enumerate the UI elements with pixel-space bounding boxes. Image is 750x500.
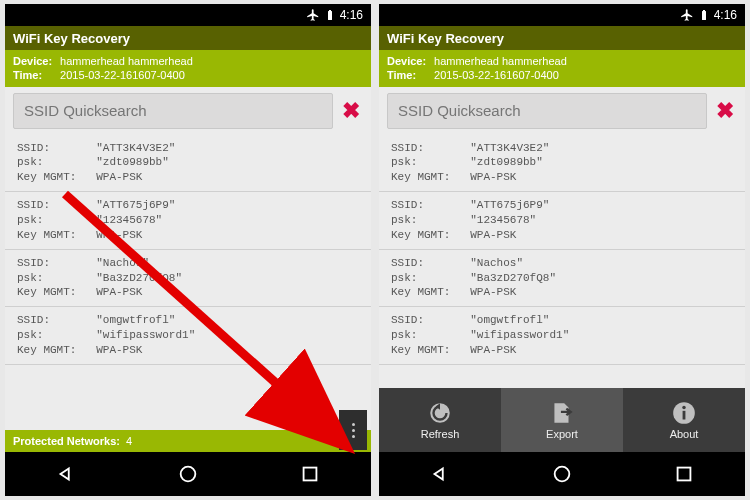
search-input[interactable] [387, 93, 707, 129]
list-item[interactable]: SSID: "ATT675j6P9" psk: "12345678" Key M… [5, 192, 371, 250]
clear-search-button[interactable]: ✖ [339, 99, 363, 123]
search-input[interactable] [13, 93, 333, 129]
device-label: Device: [387, 54, 431, 68]
list-item[interactable]: SSID: "ATT3K4V3E2" psk: "zdt0989bb" Key … [379, 135, 745, 193]
footer-count: 4 [126, 435, 132, 447]
network-list[interactable]: SSID: "ATT3K4V3E2" psk: "zdt0989bb" Key … [5, 135, 371, 430]
list-item[interactable]: SSID: "ATT675j6P9" psk: "12345678" Key M… [379, 192, 745, 250]
airplane-mode-icon [680, 8, 694, 22]
device-label: Device: [13, 54, 57, 68]
svg-point-7 [555, 467, 570, 482]
menu-export-label: Export [546, 428, 578, 440]
phone-left: 4:16 WiFi Key Recovery Device: hammerhea… [5, 4, 371, 496]
list-item[interactable]: SSID: "omgwtfrofl" psk: "wifipassword1" … [5, 307, 371, 365]
status-time: 4:16 [340, 8, 363, 22]
search-row: ✖ [5, 87, 371, 135]
menu-about-label: About [670, 428, 699, 440]
overflow-menu: Refresh Export About [379, 388, 745, 452]
nav-home-button[interactable] [166, 452, 210, 496]
app-title: WiFi Key Recovery [13, 31, 130, 46]
menu-export[interactable]: Export [501, 388, 623, 452]
menu-refresh-label: Refresh [421, 428, 460, 440]
nav-bar [5, 452, 371, 496]
status-bar: 4:16 [5, 4, 371, 26]
list-item[interactable]: SSID: "ATT3K4V3E2" psk: "zdt0989bb" Key … [5, 135, 371, 193]
battery-icon [324, 8, 336, 22]
app-title-bar: WiFi Key Recovery [379, 26, 745, 50]
phone-right: 4:16 WiFi Key Recovery Device: hammerhea… [379, 4, 745, 496]
meta-bar: Device: hammerhead hammerhead Time: 2015… [5, 50, 371, 87]
svg-rect-6 [683, 411, 686, 420]
list-item[interactable]: SSID: "Nachos" psk: "Ba3zD270fQ8" Key MG… [5, 250, 371, 308]
clear-search-button[interactable]: ✖ [713, 99, 737, 123]
nav-back-button[interactable] [418, 452, 462, 496]
menu-about[interactable]: About [623, 388, 745, 452]
list-item[interactable]: SSID: "omgwtfrofl" psk: "wifipassword1" … [379, 307, 745, 365]
search-row: ✖ [379, 87, 745, 135]
device-value: hammerhead hammerhead [60, 55, 193, 67]
battery-icon [698, 8, 710, 22]
list-item[interactable]: SSID: "Nachos" psk: "Ba3zD270fQ8" Key MG… [379, 250, 745, 308]
svg-point-0 [181, 467, 196, 482]
nav-recent-button[interactable] [662, 452, 706, 496]
status-time: 4:16 [714, 8, 737, 22]
nav-recent-button[interactable] [288, 452, 332, 496]
app-title-bar: WiFi Key Recovery [5, 26, 371, 50]
svg-rect-1 [304, 468, 317, 481]
network-list[interactable]: SSID: "ATT3K4V3E2" psk: "zdt0989bb" Key … [379, 135, 745, 388]
refresh-icon [427, 400, 453, 426]
meta-bar: Device: hammerhead hammerhead Time: 2015… [379, 50, 745, 87]
menu-refresh[interactable]: Refresh [379, 388, 501, 452]
time-value: 2015-03-22-161607-0400 [60, 69, 185, 81]
export-icon [549, 400, 575, 426]
svg-rect-8 [678, 468, 691, 481]
footer-label: Protected Networks: [13, 435, 120, 447]
footer-bar: Protected Networks: 4 [5, 430, 371, 452]
nav-back-button[interactable] [44, 452, 88, 496]
info-icon [671, 400, 697, 426]
app-title: WiFi Key Recovery [387, 31, 504, 46]
airplane-mode-icon [306, 8, 320, 22]
overflow-menu-button[interactable] [339, 410, 367, 450]
status-bar: 4:16 [379, 4, 745, 26]
nav-bar [379, 452, 745, 496]
svg-point-5 [682, 406, 685, 409]
time-label: Time: [13, 68, 57, 82]
device-value: hammerhead hammerhead [434, 55, 567, 67]
time-label: Time: [387, 68, 431, 82]
time-value: 2015-03-22-161607-0400 [434, 69, 559, 81]
nav-home-button[interactable] [540, 452, 584, 496]
